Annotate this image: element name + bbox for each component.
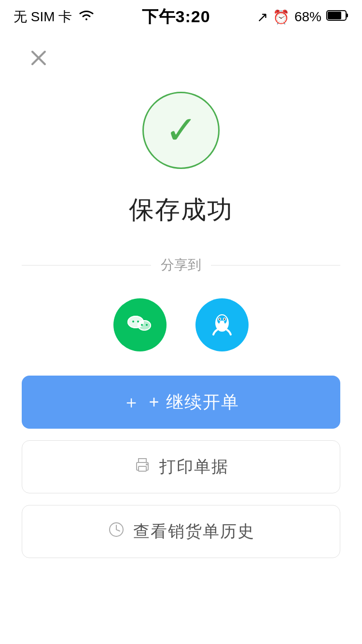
divider-line-left [22, 265, 151, 266]
svg-rect-22 [139, 466, 146, 471]
svg-point-20 [217, 322, 227, 330]
wifi-icon [78, 9, 95, 26]
qq-share-button[interactable] [195, 298, 249, 351]
svg-point-9 [137, 321, 139, 322]
location-icon: ↗ [257, 9, 268, 25]
main-content: ✓ 保存成功 分享到 [0, 34, 362, 558]
printer-icon [133, 456, 152, 478]
svg-point-18 [224, 319, 225, 320]
share-icons [22, 298, 340, 351]
svg-point-12 [146, 324, 148, 326]
svg-point-17 [219, 319, 221, 320]
status-right: ↗ ⏰ 68% [257, 9, 348, 25]
history-icon [107, 520, 125, 543]
success-circle: ✓ [142, 92, 220, 169]
plus-icon: ＋ [123, 391, 141, 414]
status-time: 下午3:20 [142, 6, 210, 28]
print-button[interactable]: 打印单据 [22, 440, 340, 493]
share-divider: 分享到 [22, 256, 340, 274]
status-left: 无 SIM 卡 [14, 8, 95, 26]
svg-rect-2 [328, 12, 341, 19]
close-button[interactable] [24, 43, 53, 72]
continue-label: + 继续开单 [149, 391, 239, 414]
share-section: 分享到 [22, 256, 340, 351]
checkmark-icon: ✓ [165, 111, 197, 150]
battery-icon [326, 9, 348, 25]
wechat-share-button[interactable] [113, 298, 167, 351]
battery-text: 68% [294, 9, 321, 25]
alarm-icon: ⏰ [273, 9, 290, 25]
svg-point-11 [141, 324, 143, 326]
action-buttons: ＋ + 继续开单 打印单据 查看销货单历史 [22, 376, 340, 558]
success-title: 保存成功 [129, 193, 233, 227]
divider-line-right [211, 265, 340, 266]
svg-point-8 [132, 321, 134, 322]
history-button[interactable]: 查看销货单历史 [22, 505, 340, 558]
history-label: 查看销货单历史 [133, 520, 255, 543]
status-bar: 无 SIM 卡 下午3:20 ↗ ⏰ 68% [0, 0, 362, 34]
share-label: 分享到 [161, 256, 201, 274]
print-label: 打印单据 [159, 456, 229, 478]
svg-point-23 [146, 463, 148, 465]
carrier-text: 无 SIM 卡 [14, 8, 72, 26]
svg-rect-1 [346, 14, 348, 17]
continue-button[interactable]: ＋ + 继续开单 [22, 376, 340, 429]
